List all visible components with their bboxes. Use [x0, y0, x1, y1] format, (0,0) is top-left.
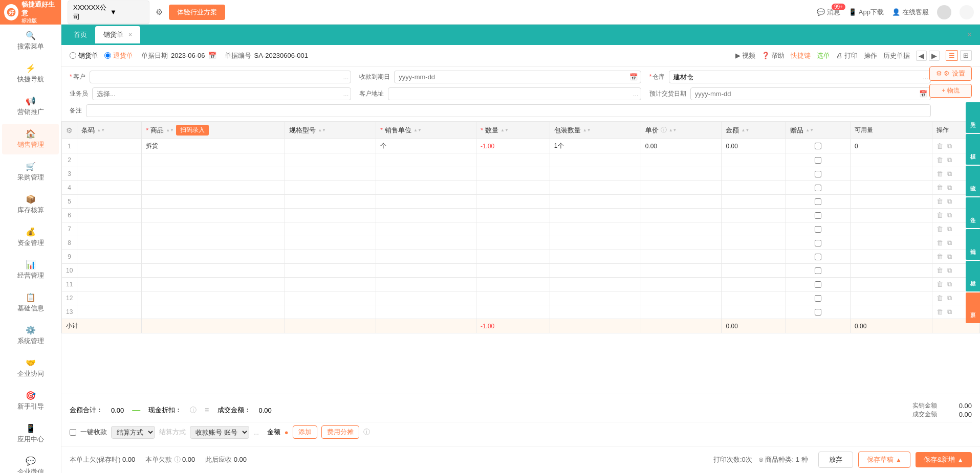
cell-gift[interactable] [786, 209, 851, 222]
gift-checkbox[interactable] [815, 226, 821, 233]
right-panel-favorite[interactable]: 收藏 [966, 166, 980, 196]
gift-checkbox[interactable] [815, 212, 821, 219]
cell-amount[interactable] [722, 305, 786, 319]
sidebar-item-sales[interactable]: 🏠 销售管理 [2, 124, 59, 154]
expected-date-input[interactable] [691, 88, 916, 100]
cell-pack-qty[interactable] [550, 222, 641, 236]
scan-btn[interactable]: 扫码录入 [176, 125, 209, 136]
cell-amount[interactable] [722, 181, 786, 195]
cell-amount[interactable] [722, 222, 786, 236]
prev-arrow[interactable]: ◀ [916, 51, 927, 61]
avatar-secondary[interactable] [960, 5, 974, 19]
cell-spec[interactable] [285, 250, 376, 264]
cell-amount[interactable] [722, 236, 786, 250]
cell-spec[interactable] [285, 264, 376, 278]
cell-quantity[interactable] [476, 153, 550, 167]
sidebar-item-system[interactable]: ⚙️ 系统管理 [2, 320, 59, 351]
cell-pack-qty[interactable] [550, 195, 641, 209]
cell-unit[interactable] [376, 278, 476, 291]
cell-product[interactable] [142, 181, 285, 195]
sidebar-item-operations[interactable]: 📊 经营管理 [2, 255, 59, 285]
customer-dots[interactable]: ... [341, 73, 351, 81]
cell-pack-qty[interactable]: 1个 [550, 139, 641, 153]
cell-barcode[interactable] [77, 209, 142, 222]
next-arrow[interactable]: ▶ [929, 51, 940, 61]
cell-spec[interactable] [285, 167, 376, 181]
due-date-wrapper[interactable]: 📅 [394, 71, 641, 83]
cell-spec[interactable] [285, 181, 376, 195]
tab-home[interactable]: 首页 [66, 26, 95, 43]
company-select[interactable]: XXXXXX公司 ▼ [68, 1, 149, 24]
cell-barcode[interactable] [77, 278, 142, 291]
cell-unit[interactable]: 个 [376, 139, 476, 153]
sidebar-item-base[interactable]: 📋 基础信息 [2, 287, 59, 318]
copy-icon[interactable]: ⧉ [947, 197, 952, 205]
cell-spec[interactable] [285, 195, 376, 209]
delete-icon[interactable]: 🗑 [937, 280, 943, 288]
delete-icon[interactable]: 🗑 [937, 156, 943, 164]
info-icon-debt[interactable]: ⓘ [174, 456, 181, 463]
cell-quantity[interactable] [476, 264, 550, 278]
cell-amount[interactable] [722, 209, 786, 222]
product-kinds-icon[interactable]: ⊙ [758, 456, 764, 463]
cell-unit[interactable] [376, 153, 476, 167]
gift-checkbox[interactable] [815, 185, 821, 191]
right-panel-star[interactable]: 星标 [966, 261, 980, 291]
cell-pack-qty[interactable] [550, 264, 641, 278]
cell-unit[interactable] [376, 209, 476, 222]
gift-checkbox[interactable] [815, 157, 821, 164]
customer-input[interactable] [90, 71, 341, 83]
cell-gift[interactable] [786, 250, 851, 264]
cell-amount[interactable] [722, 167, 786, 181]
select-btn[interactable]: 选单 [817, 51, 830, 60]
sidebar-item-quick-nav[interactable]: ⚡ 快捷导航 [2, 58, 59, 89]
cell-unit-price[interactable] [641, 167, 722, 181]
cell-barcode[interactable] [77, 264, 142, 278]
cell-product[interactable] [142, 195, 285, 209]
gift-checkbox[interactable] [815, 198, 821, 205]
cell-unit[interactable] [376, 236, 476, 250]
cell-barcode[interactable] [77, 305, 142, 319]
grid-view-icon[interactable]: ⊞ [960, 50, 972, 61]
expected-date-wrapper[interactable]: 📅 [690, 87, 931, 100]
print-btn[interactable]: 🖨 打印 [836, 51, 858, 60]
cell-unit[interactable] [376, 264, 476, 278]
cell-gift[interactable] [786, 222, 851, 236]
customer-addr-input[interactable] [388, 88, 630, 100]
tab-bar-close-btn[interactable]: × [963, 30, 976, 39]
delete-icon[interactable]: 🗑 [937, 253, 943, 260]
cell-unit[interactable] [376, 195, 476, 209]
cell-spec[interactable] [285, 139, 376, 153]
cell-unit-price[interactable] [641, 181, 722, 195]
cell-barcode[interactable] [77, 195, 142, 209]
cell-quantity[interactable] [476, 209, 550, 222]
cell-barcode[interactable] [77, 153, 142, 167]
cell-gift[interactable] [786, 181, 851, 195]
th-settings[interactable]: ⚙ [62, 122, 77, 139]
gift-checkbox[interactable] [815, 254, 821, 260]
customer-input-wrapper[interactable]: ... [90, 71, 352, 83]
cell-product[interactable] [142, 167, 285, 181]
right-panel-note[interactable]: 备注 [966, 197, 980, 228]
cell-unit-price[interactable] [641, 222, 722, 236]
cell-pack-qty[interactable] [550, 236, 641, 250]
cell-gift[interactable] [786, 195, 851, 209]
cell-quantity[interactable] [476, 236, 550, 250]
cell-product[interactable] [142, 222, 285, 236]
sidebar-item-inventory[interactable]: 📦 库存核算 [2, 189, 59, 220]
sidebar-item-marketing[interactable]: 📢 营销推广 [2, 91, 59, 122]
right-panel-import[interactable]: 导入 [966, 102, 980, 133]
delete-icon[interactable]: 🗑 [937, 197, 943, 205]
salesperson-input[interactable] [93, 88, 341, 100]
cell-quantity[interactable] [476, 181, 550, 195]
cell-quantity[interactable] [476, 278, 550, 291]
cell-unit-price[interactable] [641, 195, 722, 209]
warehouse-wrapper[interactable]: ... [669, 71, 931, 83]
delete-icon[interactable]: 🗑 [937, 308, 943, 316]
copy-icon[interactable]: ⧉ [947, 170, 952, 177]
cell-unit-price[interactable] [641, 153, 722, 167]
cell-unit[interactable] [376, 222, 476, 236]
cell-unit[interactable] [376, 181, 476, 195]
cell-quantity[interactable] [476, 195, 550, 209]
cell-pack-qty[interactable] [550, 291, 641, 305]
